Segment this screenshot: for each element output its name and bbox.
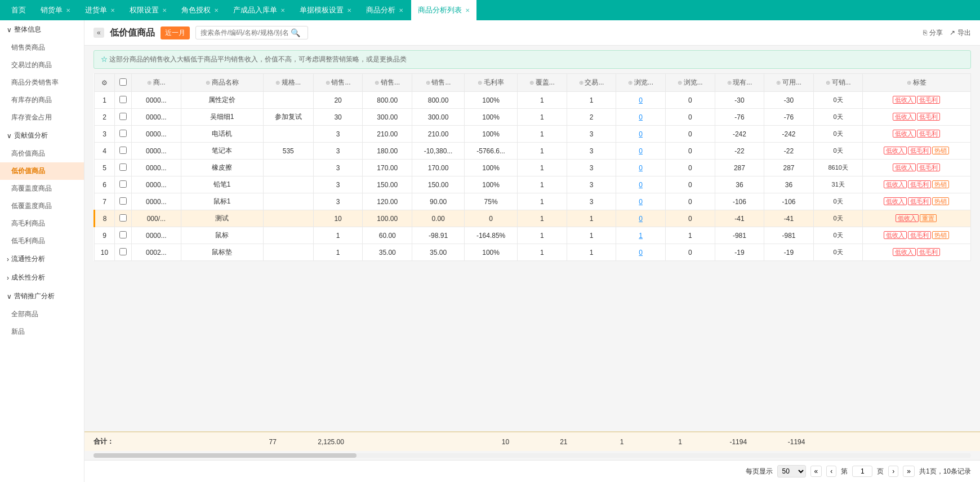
page-number-input[interactable] bbox=[852, 466, 872, 477]
col-spec[interactable]: 规格... bbox=[263, 74, 313, 92]
row-checkbox[interactable] bbox=[119, 180, 127, 188]
view-count-1[interactable]: 0 bbox=[616, 210, 666, 227]
checkbox-column-header[interactable] bbox=[115, 74, 132, 92]
view1-link[interactable]: 0 bbox=[639, 96, 643, 104]
row-checkbox-cell[interactable] bbox=[115, 227, 132, 244]
sidebar-item-high-coverage[interactable]: 高覆盖度商品 bbox=[0, 180, 84, 197]
row-checkbox[interactable] bbox=[119, 130, 127, 137]
nav-item-purchase[interactable]: 进货单✕ bbox=[78, 0, 122, 20]
col-coverage[interactable]: 覆盖... bbox=[518, 74, 567, 92]
row-checkbox-cell[interactable] bbox=[115, 210, 132, 227]
col-sellable-days[interactable]: 可销... bbox=[813, 74, 863, 92]
row-checkbox[interactable] bbox=[119, 231, 127, 238]
first-page-button[interactable]: « bbox=[810, 466, 822, 477]
sidebar-item-low-coverage[interactable]: 低覆盖度商品 bbox=[0, 197, 84, 215]
view-count-1[interactable]: 0 bbox=[616, 143, 666, 160]
sidebar-section-growth[interactable]: › 成长性分析 bbox=[0, 268, 84, 287]
sidebar-item-new-goods[interactable]: 新品 bbox=[0, 323, 84, 341]
view-count-1[interactable]: 0 bbox=[616, 193, 666, 210]
page-size-select[interactable]: 50 100 bbox=[777, 465, 806, 477]
row-checkbox-cell[interactable] bbox=[115, 92, 132, 109]
nav-item-production[interactable]: 产成品入库单✕ bbox=[226, 0, 292, 20]
row-checkbox[interactable] bbox=[119, 214, 127, 222]
col-name[interactable]: 商品名称 bbox=[181, 74, 263, 92]
view-count-1[interactable]: 0 bbox=[616, 92, 666, 109]
col-current-stock[interactable]: 现有... bbox=[715, 74, 764, 92]
sidebar-item-low-value[interactable]: 低价值商品 bbox=[0, 162, 84, 180]
view1-link[interactable]: 0 bbox=[639, 198, 643, 206]
scrollbar-thumb[interactable] bbox=[93, 453, 357, 458]
view1-link[interactable]: 0 bbox=[639, 113, 643, 121]
view-count-1[interactable]: 0 bbox=[616, 176, 666, 193]
search-input[interactable] bbox=[201, 29, 291, 37]
filter-recent-month-button[interactable]: 近一月 bbox=[161, 26, 190, 39]
view-count-1[interactable]: 0 bbox=[616, 160, 666, 176]
sidebar-item-high-value[interactable]: 高价值商品 bbox=[0, 145, 84, 162]
row-checkbox-cell[interactable] bbox=[115, 193, 132, 210]
sidebar-item-category-sales[interactable]: 商品分类销售率 bbox=[0, 74, 84, 91]
row-checkbox[interactable] bbox=[119, 147, 127, 154]
sidebar-section-marketing[interactable]: ∨ 营销推广分析 bbox=[0, 287, 84, 306]
col-trade[interactable]: 交易... bbox=[567, 74, 616, 92]
view-count-1[interactable]: 0 bbox=[616, 109, 666, 126]
col-available-stock[interactable]: 可用... bbox=[764, 74, 814, 92]
row-checkbox[interactable] bbox=[119, 248, 127, 255]
nav-item-template[interactable]: 单据模板设置✕ bbox=[293, 0, 358, 20]
col-sale-qty[interactable]: 销售... bbox=[313, 74, 363, 92]
next-page-button[interactable]: › bbox=[888, 466, 898, 477]
view1-link[interactable]: 0 bbox=[639, 215, 643, 223]
sidebar-item-stock-capital[interactable]: 库存资金占用 bbox=[0, 109, 84, 126]
nav-item-analysis[interactable]: 商品分析✕ bbox=[359, 0, 410, 20]
row-checkbox-cell[interactable] bbox=[115, 176, 132, 193]
sidebar-collapse-button[interactable]: « bbox=[93, 28, 104, 38]
col-sale-amount[interactable]: 销售... bbox=[412, 74, 465, 92]
nav-item-analysis-list[interactable]: 商品分析列表✕ bbox=[411, 0, 476, 20]
view1-link[interactable]: 0 bbox=[639, 147, 643, 155]
col-tag[interactable]: 标签 bbox=[863, 74, 971, 92]
row-checkbox[interactable] bbox=[119, 96, 127, 103]
view1-link[interactable]: 1 bbox=[639, 232, 643, 240]
select-all-checkbox[interactable] bbox=[119, 78, 127, 86]
export-button[interactable]: ↗ 导出 bbox=[950, 28, 971, 38]
view1-link[interactable]: 0 bbox=[639, 181, 643, 189]
row-checkbox-cell[interactable] bbox=[115, 160, 132, 176]
row-checkbox[interactable] bbox=[119, 163, 127, 171]
sidebar-section-flow[interactable]: › 流通性分析 bbox=[0, 250, 84, 268]
prev-page-button[interactable]: ‹ bbox=[826, 466, 836, 477]
sidebar-item-all-goods[interactable]: 全部商品 bbox=[0, 306, 84, 323]
sidebar-section-contribution[interactable]: ∨ 贡献值分析 bbox=[0, 126, 84, 145]
row-checkbox[interactable] bbox=[119, 113, 127, 120]
nav-item-sales[interactable]: 销货单✕ bbox=[34, 0, 77, 20]
nav-item-home[interactable]: 首页 bbox=[5, 0, 33, 20]
row-checkbox-cell[interactable] bbox=[115, 109, 132, 126]
view1-link[interactable]: 0 bbox=[639, 164, 643, 172]
row-checkbox-cell[interactable] bbox=[115, 143, 132, 160]
sidebar-item-sales-goods[interactable]: 销售类商品 bbox=[0, 39, 84, 56]
col-sale-price[interactable]: 销售... bbox=[363, 74, 412, 92]
horizontal-scrollbar[interactable] bbox=[93, 453, 971, 458]
row-checkbox-cell[interactable] bbox=[115, 244, 132, 261]
sidebar-item-low-margin[interactable]: 低毛利商品 bbox=[0, 232, 84, 250]
col-view1[interactable]: 浏览... bbox=[616, 74, 666, 92]
share-button[interactable]: ⎘ 分享 bbox=[923, 28, 943, 38]
view-count-1[interactable]: 1 bbox=[616, 227, 666, 244]
col-gross-rate[interactable]: 毛利率 bbox=[465, 74, 518, 92]
sidebar-section-overall[interactable]: ∨ 整体信息 bbox=[0, 20, 84, 39]
col-view2[interactable]: 浏览... bbox=[665, 74, 715, 92]
settings-icon[interactable]: ⚙ bbox=[101, 79, 108, 87]
search-icon[interactable]: 🔍 bbox=[291, 28, 300, 37]
view1-link[interactable]: 0 bbox=[639, 249, 643, 257]
row-checkbox[interactable] bbox=[119, 197, 127, 205]
sidebar-item-high-margin[interactable]: 高毛利商品 bbox=[0, 215, 84, 232]
settings-column-header[interactable]: ⚙ bbox=[95, 74, 115, 92]
last-page-button[interactable]: » bbox=[903, 466, 915, 477]
sidebar-item-stock-goods[interactable]: 有库存的商品 bbox=[0, 91, 84, 109]
nav-item-permissions[interactable]: 权限设置✕ bbox=[123, 0, 173, 20]
row-checkbox-cell[interactable] bbox=[115, 126, 132, 143]
view-count-1[interactable]: 0 bbox=[616, 126, 666, 143]
view1-link[interactable]: 0 bbox=[639, 130, 643, 138]
col-code[interactable]: 商... bbox=[132, 74, 181, 92]
sidebar-item-traded-goods[interactable]: 交易过的商品 bbox=[0, 56, 84, 74]
view-count-1[interactable]: 0 bbox=[616, 244, 666, 261]
nav-item-role-auth[interactable]: 角色授权✕ bbox=[175, 0, 225, 20]
